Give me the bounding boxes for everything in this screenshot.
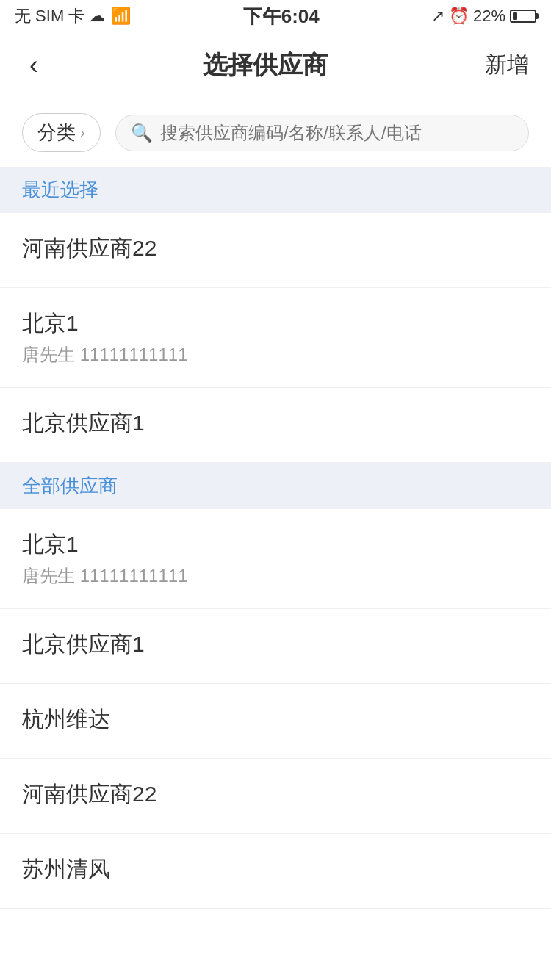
list-item[interactable]: 北京供应商1 (0, 609, 551, 684)
list-container: 最近选择河南供应商22北京1唐先生 11111111111北京供应商1全部供应商… (0, 167, 551, 909)
status-right: ↗ ⏰ 22% (431, 7, 536, 26)
nav-bar: ‹ 选择供应商 新增 (0, 32, 551, 98)
section-header-recent: 最近选择 (0, 167, 551, 213)
list-item[interactable]: 苏州清风 (0, 834, 551, 909)
search-icon: 🔍 (131, 123, 153, 143)
item-name: 杭州维达 (22, 705, 529, 735)
status-left: 无 SIM 卡 ☁ 📶 (15, 5, 131, 27)
search-box: 🔍 (115, 115, 529, 151)
back-button[interactable]: ‹ (22, 43, 46, 88)
section-header-all: 全部供应商 (0, 463, 551, 509)
wifi-icon: 📶 (111, 7, 131, 26)
list-item[interactable]: 北京供应商1 (0, 388, 551, 463)
item-name: 北京供应商1 (22, 630, 529, 660)
category-filter-button[interactable]: 分类 › (22, 113, 101, 152)
alarm-icon: ⏰ (449, 7, 469, 26)
status-time: 下午6:04 (243, 4, 320, 29)
list-item[interactable]: 北京1唐先生 11111111111 (0, 509, 551, 609)
item-name: 河南供应商22 (22, 234, 529, 264)
item-name: 北京1 (22, 530, 529, 560)
list-item[interactable]: 杭州维达 (0, 684, 551, 759)
sim-status: 无 SIM 卡 ☁ (15, 5, 105, 27)
status-bar: 无 SIM 卡 ☁ 📶 下午6:04 ↗ ⏰ 22% (0, 0, 551, 32)
chevron-right-icon: › (80, 124, 85, 141)
item-name: 苏州清风 (22, 854, 529, 884)
list-item[interactable]: 河南供应商22 (0, 759, 551, 834)
item-sub: 唐先生 11111111111 (22, 343, 529, 367)
page-title: 选择供应商 (203, 48, 328, 82)
list-item[interactable]: 北京1唐先生 11111111111 (0, 288, 551, 388)
battery-percent: 22% (473, 7, 505, 26)
item-name: 河南供应商22 (22, 779, 529, 810)
search-input[interactable] (160, 123, 514, 143)
filter-bar: 分类 › 🔍 (0, 98, 551, 167)
item-sub: 唐先生 11111111111 (22, 564, 529, 588)
battery-icon (510, 10, 536, 23)
item-name: 北京供应商1 (22, 408, 529, 439)
list-item[interactable]: 河南供应商22 (0, 213, 551, 288)
item-name: 北京1 (22, 309, 529, 339)
category-label: 分类 (37, 120, 76, 145)
add-button[interactable]: 新增 (485, 50, 529, 80)
location-icon: ↗ (431, 7, 444, 26)
